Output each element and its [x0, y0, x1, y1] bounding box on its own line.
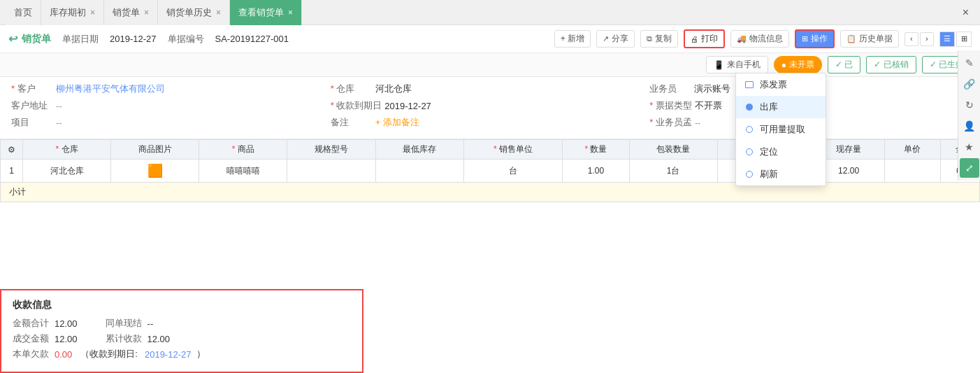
payment-row-3: 本单欠款 0.00 （收款到期日: 2019-12-27 ） — [13, 348, 351, 360]
status-buttons: 📱 来自手机 ● 未开票 ✓ 已 ✓ 已核销 ✓ 已生效 — [706, 56, 972, 73]
th-settings: ⚙ — [1, 140, 23, 160]
warehouse-value: 河北仓库 — [375, 83, 412, 95]
new-btn[interactable]: + 新增 — [554, 30, 591, 48]
status-bar: 📱 来自手机 ● 未开票 ✓ 已 ✓ 已核销 ✓ 已生效 — [0, 53, 980, 77]
note-field: 备注 + 添加备注 — [331, 116, 650, 129]
sidebar-expand-icon[interactable]: ⤢ — [960, 158, 979, 178]
project-field: 项目 -- — [11, 116, 331, 129]
tab-view-sales[interactable]: 查看销货单 × — [230, 0, 302, 25]
cumulative-label: 累计收款 — [106, 332, 142, 345]
locate-icon — [744, 147, 754, 157]
truck-icon: 🚚 — [737, 34, 747, 43]
arrears-item: 本单欠款 0.00 （收款到期日: 2019-12-27 ） — [13, 348, 206, 360]
cell-qty: 1.00 — [563, 160, 629, 183]
arrears-label: 本单欠款 — [13, 348, 49, 360]
subtotal-row: 小计 — [1, 183, 980, 202]
share-icon: ↗ — [603, 34, 609, 43]
sales-staff-label: 业务员孟 — [649, 116, 692, 129]
copy-btn[interactable]: ⧉ 复制 — [640, 30, 678, 48]
doc-header: ↩ 销货单 单据日期 2019-12-27 单据编号 SA-20191227-0… — [0, 25, 980, 53]
view-grid-btn[interactable]: ⊞ — [956, 31, 972, 47]
customer-value[interactable]: 柳州粤港平安气体有限公司 — [56, 83, 165, 95]
dropdown-item-locate[interactable]: 定位 — [736, 141, 826, 163]
sidebar-user-icon[interactable]: 👤 — [960, 116, 979, 136]
warehouse-field: 仓库 河北仓库 — [331, 83, 650, 95]
tab-inventory-close[interactable]: × — [90, 8, 95, 17]
from-phone-btn[interactable]: 📱 来自手机 — [706, 56, 768, 73]
due-note: （收款到期日: — [80, 348, 138, 360]
view-list-btn[interactable]: ☰ — [939, 31, 955, 47]
tab-sales[interactable]: 销货单 × — [104, 0, 158, 25]
cell-pack-qty: 1台 — [629, 160, 717, 183]
cumulative-item: 累计收款 12.00 — [106, 332, 171, 345]
table-row: 1 河北仓库 🟧 嘻嘻嘻嘻 台 1.00 1台 12.00 0. — [1, 160, 980, 183]
customer-field: 客户 柳州粤港平安气体有限公司 — [11, 83, 331, 95]
sidebar-star-icon[interactable]: ★ — [960, 137, 979, 157]
logistics-btn[interactable]: 🚚 物流信息 — [730, 30, 789, 48]
subtotal-label: 小计 — [1, 183, 980, 202]
payment-row-2: 成交金额 12.00 累计收款 12.00 — [13, 332, 351, 345]
tab-inventory[interactable]: 库存期初 × — [41, 0, 104, 25]
dropdown-item-available-qty[interactable]: 可用量提取 — [736, 118, 826, 141]
due-date-value: 2019-12-27 — [384, 101, 431, 111]
sidebar-edit-icon[interactable]: ✎ — [960, 53, 979, 73]
warehouse-label: 仓库 — [331, 83, 373, 95]
check-btn[interactable]: ✓ 已 — [828, 56, 860, 73]
cell-min-stock — [375, 160, 463, 183]
phone-icon: 📱 — [714, 60, 724, 70]
payment-box: 收款信息 金额合计 12.00 同单现结 -- 成交金额 12.00 累计收款 — [0, 289, 363, 373]
th-image: 商品图片 — [111, 140, 199, 160]
not-open-btn[interactable]: ● 未开票 — [774, 56, 822, 73]
due-date-link[interactable]: 2019-12-27 — [145, 349, 192, 360]
cell-product: 嘻嘻嘻嘻 — [199, 160, 287, 183]
tab-sales-close[interactable]: × — [144, 8, 149, 17]
doc-date-label: 单据日期 — [62, 33, 99, 45]
sidebar-link-icon[interactable]: 🔗 — [960, 74, 979, 94]
history-btn[interactable]: 📋 历史单据 — [840, 30, 899, 48]
cell-unit: 台 — [463, 160, 563, 183]
nav-next[interactable]: › — [920, 32, 934, 46]
tab-sales-history[interactable]: 销货单历史 × — [158, 0, 230, 25]
add-note-btn[interactable]: + 添加备注 — [375, 116, 419, 129]
right-sidebar: ✎ 🔗 ↻ 👤 ★ ⤢ — [958, 50, 980, 181]
due-close: ） — [196, 348, 206, 360]
dropdown-item-outbound[interactable]: 出库 — [736, 96, 826, 118]
dropdown-item-add-invoice[interactable]: 添发票 — [736, 73, 826, 96]
cell-no: 1 — [1, 160, 23, 183]
print-btn[interactable]: 🖨 打印 — [684, 29, 725, 48]
add-invoice-icon — [744, 80, 754, 90]
nav-prev[interactable]: ‹ — [905, 32, 918, 46]
arrears-value: 0.00 — [55, 349, 72, 360]
th-product: 商品 — [199, 140, 287, 160]
tab-home[interactable]: 首页 — [6, 0, 41, 25]
data-table: ⚙ 仓库 商品图片 商品 规格型号 最低库存 销售单位 数量 包装数量 可用量 … — [0, 139, 980, 202]
th-unit: 销售单位 — [463, 140, 563, 160]
history-icon: 📋 — [846, 34, 856, 43]
staff-value: 演示账号 — [694, 83, 730, 95]
project-value: -- — [56, 118, 62, 128]
payment-title: 收款信息 — [13, 299, 351, 311]
staff-label: 业务员 — [649, 83, 691, 95]
doc-number-label: 单据编号 — [168, 33, 204, 45]
view-toggle: ☰ ⊞ — [939, 31, 972, 47]
th-warehouse: 仓库 — [23, 140, 111, 160]
note-label: 备注 — [331, 116, 373, 129]
circle-icon: ● — [781, 60, 786, 70]
doc-type-title: ↩ 销货单 — [8, 32, 51, 45]
ops-btn[interactable]: ⊞ 操作 — [795, 29, 835, 48]
sidebar-refresh-icon[interactable]: ↻ — [960, 95, 979, 115]
due-date-field: 收款到期日 2019-12-27 — [331, 99, 650, 112]
canceled-btn[interactable]: ✓ 已核销 — [866, 56, 916, 73]
th-min-stock: 最低库存 — [375, 140, 463, 160]
dropdown-item-refresh[interactable]: 刷新 — [736, 163, 826, 185]
form-section: 客户 柳州粤港平安气体有限公司 仓库 河北仓库 业务员 演示账号 客户地址 -- — [0, 77, 980, 139]
window-close-btn[interactable]: × — [957, 6, 974, 19]
outbound-icon — [744, 102, 754, 112]
cell-spec — [287, 160, 375, 183]
tab-view-sales-close[interactable]: × — [288, 8, 293, 17]
share-btn[interactable]: ↗ 分享 — [596, 30, 635, 48]
doc-date-value: 2019-12-27 — [110, 34, 157, 44]
tab-sales-history-close[interactable]: × — [216, 8, 221, 17]
project-label: 项目 — [11, 116, 53, 129]
cumulative-value: 12.00 — [147, 334, 171, 344]
